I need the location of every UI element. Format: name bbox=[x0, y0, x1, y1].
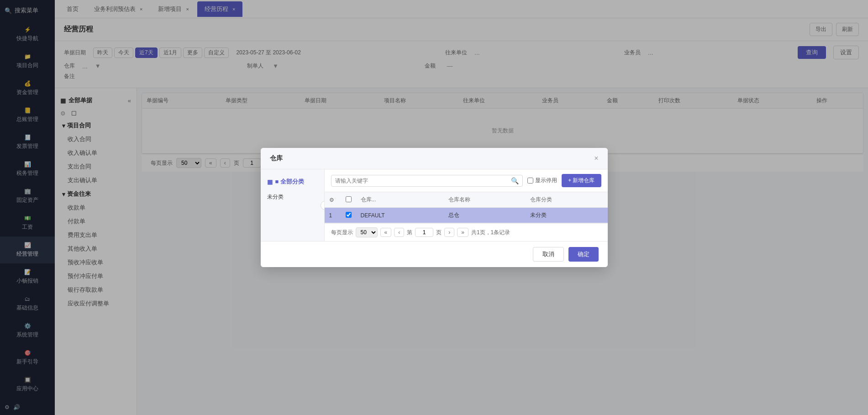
dialog-right-panel: 🔍 显示停用 + 新增仓库 ⚙ bbox=[325, 169, 608, 241]
dialog-page-input[interactable] bbox=[415, 228, 433, 237]
add-warehouse-button[interactable]: + 新增仓库 bbox=[562, 174, 601, 187]
dialog-title: 仓库 bbox=[270, 154, 283, 163]
cancel-button[interactable]: 取消 bbox=[533, 247, 564, 262]
row-check-1[interactable] bbox=[341, 208, 356, 223]
dialog-left-panel: ▦ ■ 全部分类 未分类 ‹ bbox=[261, 169, 325, 241]
search-box: 🔍 bbox=[331, 175, 523, 187]
warehouse-row-1[interactable]: 1 DEFAULT 总仓 未分类 bbox=[325, 208, 608, 223]
uncategorized-label: 未分类 bbox=[267, 193, 284, 201]
select-all-checkbox[interactable] bbox=[346, 196, 352, 202]
warehouse-table-header: ⚙ 仓库... 仓库名称 仓库分类 bbox=[325, 192, 608, 208]
dialog-page-size-label: 每页显示 bbox=[331, 229, 353, 236]
dialog-close-button[interactable]: × bbox=[594, 154, 598, 163]
all-category-label: ■ 全部分类 bbox=[275, 178, 304, 186]
dialog-table-area: ⚙ 仓库... 仓库名称 仓库分类 bbox=[325, 192, 608, 223]
show-disabled-checkbox-label[interactable]: 显示停用 bbox=[527, 177, 557, 184]
dialog-first-btn[interactable]: « bbox=[380, 228, 392, 237]
search-icon: 🔍 bbox=[511, 177, 519, 184]
dialog-next-btn[interactable]: › bbox=[444, 228, 454, 237]
th-code: 仓库... bbox=[356, 192, 444, 208]
dialog-last-btn[interactable]: » bbox=[457, 228, 468, 237]
grid-icon-small: ▦ bbox=[267, 179, 273, 185]
dialog-toolbar: 🔍 显示停用 + 新增仓库 bbox=[325, 169, 608, 192]
th-gear: ⚙ bbox=[325, 192, 341, 208]
confirm-button[interactable]: 确定 bbox=[568, 247, 599, 262]
dialog-footer: 取消 确定 bbox=[261, 241, 608, 267]
dialog-header: 仓库 × bbox=[261, 148, 608, 169]
dialog-page-suffix: 页 bbox=[436, 229, 442, 236]
row-id-1: 1 bbox=[325, 208, 341, 223]
th-name: 仓库名称 bbox=[444, 192, 526, 208]
th-code-label: 仓库... bbox=[361, 196, 376, 203]
row-name-1: 总仓 bbox=[444, 208, 526, 223]
th-check bbox=[341, 192, 356, 208]
dialog-pagination: 每页显示 50 10 20 « ‹ 第 页 › » 共1页，1条记录 bbox=[325, 223, 608, 241]
warehouse-dialog: 仓库 × ▦ ■ 全部分类 未分类 ‹ bbox=[261, 148, 608, 267]
row-category-1: 未分类 bbox=[526, 208, 607, 223]
warehouse-table: ⚙ 仓库... 仓库名称 仓库分类 bbox=[325, 192, 608, 223]
warehouse-search-input[interactable] bbox=[335, 178, 510, 184]
dialog-body: ▦ ■ 全部分类 未分类 ‹ 🔍 显示停用 bbox=[261, 169, 608, 241]
dialog-uncategorized[interactable]: 未分类 bbox=[261, 189, 324, 205]
dialog-all-category[interactable]: ▦ ■ 全部分类 bbox=[261, 174, 324, 189]
dialog-total-info: 共1页，1条记录 bbox=[471, 229, 510, 236]
show-disabled-label: 显示停用 bbox=[535, 177, 557, 184]
dialog-page-size-select[interactable]: 50 10 20 bbox=[356, 227, 378, 237]
show-disabled-checkbox[interactable] bbox=[527, 178, 533, 184]
th-name-label: 仓库名称 bbox=[448, 196, 470, 203]
th-category-label: 仓库分类 bbox=[530, 196, 552, 203]
row-code-1: DEFAULT bbox=[356, 208, 444, 223]
th-category: 仓库分类 bbox=[526, 192, 607, 208]
dialog-overlay: 仓库 × ▦ ■ 全部分类 未分类 ‹ bbox=[0, 0, 868, 415]
left-panel-collapse-btn[interactable]: ‹ bbox=[321, 201, 325, 210]
warehouse-table-body: 1 DEFAULT 总仓 未分类 bbox=[325, 208, 608, 223]
dialog-page-label: 第 bbox=[407, 229, 412, 236]
dialog-prev-btn[interactable]: ‹ bbox=[394, 228, 404, 237]
